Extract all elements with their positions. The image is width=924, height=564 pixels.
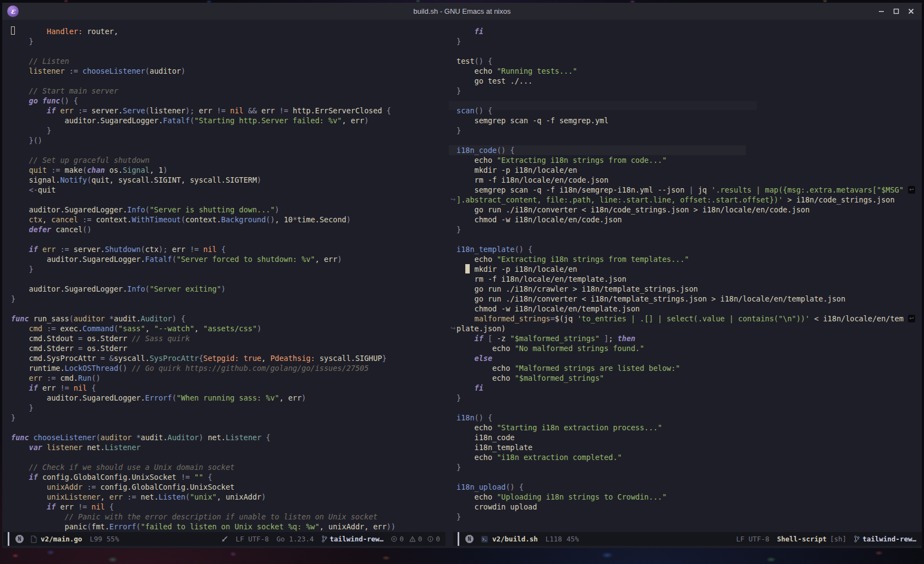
code-line: echo "No malformed strings found." <box>457 343 922 353</box>
code-line: chmod -w i18n/locale/en/template.json <box>457 304 922 314</box>
code-line: ↪].abstract_content, file:.path, line:.s… <box>457 195 922 205</box>
go-file-icon <box>31 535 37 543</box>
scroll-percent: 45% <box>566 535 579 543</box>
code-line: i18n_code <box>457 432 922 442</box>
modeline-accent-bar <box>458 532 459 546</box>
code-line <box>457 46 922 56</box>
code-line: cmd := exec.Command("sass", "--watch", "… <box>11 324 449 333</box>
code-line: listener := chooseListener(auditor) <box>11 66 449 76</box>
code-line: } <box>11 36 449 46</box>
code-line: runtime.LockOSThread() // Go quirk https… <box>11 363 449 373</box>
text-cursor <box>11 26 15 35</box>
code-line: Handler: router, <box>11 26 449 36</box>
vcs-branch[interactable]: tailwind-rew… <box>854 535 916 543</box>
code-line: echo "Extracting i18n strings from code.… <box>457 155 922 165</box>
code-line: } <box>457 36 922 46</box>
code-line: auditor.SugaredLogger.Info("Server is sh… <box>11 205 449 215</box>
code-line <box>11 46 449 56</box>
modeline-accent-bar <box>8 532 9 546</box>
code-line: }() <box>11 135 449 145</box>
code-line: var listener net.Listener <box>11 442 449 452</box>
buffer-name[interactable]: v2/build.sh <box>492 535 538 543</box>
code-line: ctx, cancel := context.WithTimeout(conte… <box>11 215 449 224</box>
major-mode[interactable]: Shell-script <box>777 535 827 543</box>
code-line: if err != nil { <box>11 383 449 393</box>
code-line: chmod -w i18n/locale/en/code.json <box>457 215 922 224</box>
code-line: i18n_template <box>457 442 922 452</box>
code-line: if [ -z "$malformed_strings" ]; then <box>457 333 922 343</box>
code-line: } <box>11 125 449 135</box>
code-line: // Start main server <box>11 86 449 96</box>
errors-icon <box>391 536 397 542</box>
code-line: go run ./i18n/crawler > i18n/template_st… <box>457 284 922 294</box>
code-line: echo "Uploading i18n strings to Crowdin.… <box>457 492 922 502</box>
code-line: rm -f i18n/locale/en/template.json <box>457 274 922 284</box>
buffer-text-main-go[interactable]: Handler: router, } // Listen listener :=… <box>11 26 449 532</box>
code-line: scan() { <box>457 106 922 116</box>
modeline-main-go: N v2/main.go L99 55% LF UTF-8 Go 1.23.4 … <box>3 532 446 546</box>
code-line: echo "Running tests..." <box>457 66 922 76</box>
code-line: unixListener, err := net.Listen("unix", … <box>11 492 449 502</box>
code-line <box>11 234 449 244</box>
mode-suffix: [sh] <box>830 535 846 543</box>
code-line: // Check if we should use a Unix domain … <box>11 462 449 472</box>
code-line <box>11 76 449 86</box>
code-line: semgrep scan -q -f i18n/semgrep-i18n.yml… <box>457 185 922 195</box>
code-line: malformed_strings=$(jq 'to_entries | .[]… <box>457 314 922 324</box>
titlebar: ε build.sh - GNU Emacs at nixos <box>2 3 922 20</box>
code-line <box>457 403 922 413</box>
lsp-rocket-icon <box>221 535 228 543</box>
code-line: } <box>457 512 922 522</box>
editor-window-main-go[interactable]: Handler: router, } // Listen listener :=… <box>2 20 449 548</box>
code-line <box>11 452 449 462</box>
code-line <box>457 234 922 244</box>
vcs-branch[interactable]: tailwind-rew… <box>322 535 384 543</box>
code-line: } <box>457 125 922 135</box>
code-line <box>457 472 922 482</box>
code-line: i18n_code() { <box>457 145 922 155</box>
code-line <box>11 145 449 155</box>
scroll-percent: 55% <box>107 535 119 543</box>
code-line: } <box>11 264 449 274</box>
code-line: echo "Starting i18n extraction process..… <box>457 423 922 432</box>
git-branch-icon <box>322 535 327 543</box>
code-line: // Set up graceful shutdown <box>11 155 449 165</box>
code-line <box>11 304 449 314</box>
code-line: echo "$malformed_strings" <box>457 373 922 383</box>
code-line: if err := server.Shutdown(ctx); err != n… <box>11 244 449 254</box>
modeline-build-sh: N v2/build.sh L118 45% LF UTF-8 Shell-sc… <box>453 532 922 546</box>
code-line <box>457 135 922 145</box>
code-line: cmd.SysProcAttr = &syscall.SysProcAttr{S… <box>11 353 449 363</box>
minimize-button[interactable] <box>878 8 884 15</box>
code-line: go run ./i18n/converter < i18n/template_… <box>457 294 922 304</box>
line-indicator: L99 <box>90 535 102 543</box>
code-line: <-quit <box>11 185 449 195</box>
code-line: auditor.SugaredLogger.Info("Server exiti… <box>11 284 449 294</box>
code-line: if err := server.Serve(listener); err !=… <box>11 106 449 116</box>
code-line: } <box>457 86 922 96</box>
code-line: auditor.SugaredLogger.Fatalf("Starting h… <box>11 116 449 125</box>
encoding-indicator: LF UTF-8 <box>236 535 269 543</box>
code-line: mkdir -p i18n/locale/en <box>457 165 922 175</box>
code-line: defer cancel() <box>11 224 449 234</box>
window-title: build.sh - GNU Emacs at nixos <box>2 7 922 15</box>
evil-state-indicator: N <box>15 535 24 543</box>
code-line: i18n_upload() { <box>457 482 922 492</box>
buffer-text-build-sh[interactable]: fi}test() { echo "Running tests..." go t… <box>457 26 922 532</box>
buffer-name[interactable]: v2/main.go <box>41 535 82 543</box>
close-button[interactable] <box>908 8 914 15</box>
maximize-button[interactable] <box>893 8 899 15</box>
code-line: func chooseListener(auditor *audit.Audit… <box>11 432 449 442</box>
evil-state-indicator: N <box>465 535 474 543</box>
code-line <box>11 195 449 205</box>
code-line: i18n() { <box>457 413 922 423</box>
code-line: panic(fmt.Errorf("failed to listen on Un… <box>11 522 449 532</box>
code-line: go run ./i18n/converter < i18n/code_stri… <box>457 205 922 215</box>
line-wrap-start-icon: ↪ <box>450 195 455 205</box>
encoding-indicator: LF UTF-8 <box>736 535 769 543</box>
line-indicator: L118 <box>546 535 562 543</box>
code-line: unixAddr := config.GlobalConfig.UnixSock… <box>11 482 449 492</box>
editor-window-build-sh[interactable]: fi}test() { echo "Running tests..." go t… <box>449 20 922 548</box>
diagnostics[interactable]: 0 0 0 <box>391 535 440 543</box>
code-line: } <box>457 462 922 472</box>
